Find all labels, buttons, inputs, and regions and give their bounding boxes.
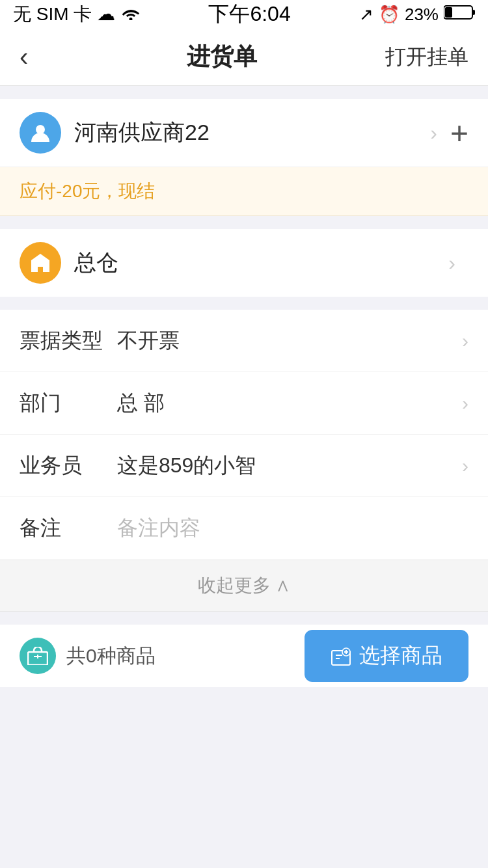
select-product-button[interactable]: 选择商品 (305, 630, 468, 682)
supplier-arrow-icon: › (430, 121, 437, 145)
warehouse-row[interactable]: 总仓 › (0, 229, 488, 297)
invoice-type-value: 不开票 (111, 327, 462, 355)
notice-text: 应付-20元，现结 (20, 181, 155, 201)
product-icon (20, 638, 56, 674)
divider2 (0, 297, 488, 310)
svg-rect-2 (445, 7, 452, 18)
supplier-name: 河南供应商22 (74, 118, 430, 148)
mid-divider (0, 216, 488, 229)
product-count-text: 共0种商品 (66, 643, 156, 670)
svg-rect-1 (472, 10, 475, 15)
salesperson-value: 这是859的小智 (111, 452, 462, 480)
supplier-avatar (20, 112, 61, 154)
warehouse-name: 总仓 (74, 248, 448, 278)
status-left: 无 SIM 卡 ☁ (13, 2, 140, 27)
salesperson-label: 业务员 (20, 452, 111, 480)
supplier-section: 河南供应商22 › + 应付-20元，现结 (0, 99, 488, 216)
collapse-label: 收起更多 ∧ (198, 573, 291, 598)
department-value: 总 部 (111, 389, 462, 418)
wifi-icon (122, 4, 140, 25)
department-label: 部门 (20, 389, 111, 418)
collapse-row[interactable]: 收起更多 ∧ (0, 560, 488, 612)
battery-icon (444, 5, 475, 25)
page-title: 进货单 (187, 41, 257, 73)
background-fill (0, 687, 488, 868)
notice-banner: 应付-20元，现结 (0, 167, 488, 216)
invoice-type-label: 票据类型 (20, 327, 111, 355)
battery-text: 23% (405, 5, 439, 25)
warehouse-arrow-icon: › (448, 251, 455, 275)
status-right: ↗ ⏰ 23% (359, 5, 475, 25)
remark-input[interactable]: 备注内容 (111, 514, 468, 543)
warehouse-icon (20, 242, 61, 284)
back-button[interactable]: ‹ (20, 42, 59, 72)
top-divider (0, 86, 488, 99)
status-bar: 无 SIM 卡 ☁ 下午6:04 ↗ ⏰ 23% (0, 0, 488, 29)
invoice-type-arrow-icon: › (462, 330, 468, 352)
add-supplier-button[interactable]: + (450, 115, 468, 151)
open-pending-button[interactable]: 打开挂单 (385, 43, 468, 72)
supplier-row[interactable]: 河南供应商22 › + (0, 99, 488, 167)
no-sim-text: 无 SIM 卡 ☁ (13, 2, 115, 27)
salesperson-arrow-icon: › (462, 455, 468, 477)
remark-row[interactable]: 备注 备注内容 (0, 497, 488, 560)
invoice-type-row[interactable]: 票据类型 不开票 › (0, 310, 488, 372)
bottom-bar: 共0种商品 选择商品 (0, 625, 488, 687)
status-time: 下午6:04 (208, 0, 290, 29)
warehouse-section: 总仓 › (0, 229, 488, 297)
alarm-icon: ⏰ (379, 5, 400, 25)
nav-bar: ‹ 进货单 打开挂单 (0, 29, 488, 86)
salesperson-row[interactable]: 业务员 这是859的小智 › (0, 435, 488, 497)
remark-label: 备注 (20, 514, 111, 543)
svg-point-3 (36, 125, 45, 134)
department-row[interactable]: 部门 总 部 › (0, 372, 488, 435)
location-icon: ↗ (359, 5, 373, 25)
form-section: 票据类型 不开票 › 部门 总 部 › 业务员 这是859的小智 › 备注 备注… (0, 310, 488, 560)
product-count-wrap: 共0种商品 (20, 638, 156, 674)
select-product-label: 选择商品 (359, 642, 442, 670)
department-arrow-icon: › (462, 392, 468, 414)
